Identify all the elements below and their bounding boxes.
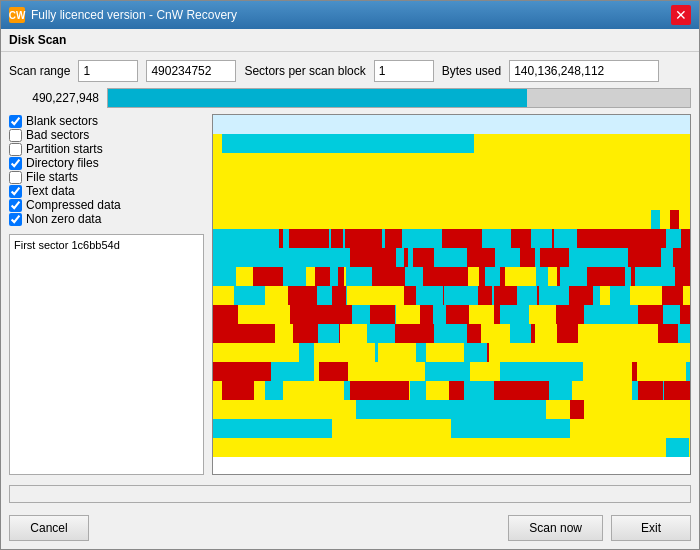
progress-value: 490,227,948 bbox=[9, 91, 99, 105]
checkbox-label-bad[interactable]: Bad sectors bbox=[26, 128, 89, 142]
scan-range-label: Scan range bbox=[9, 64, 70, 78]
footer-buttons: Cancel Scan now Exit bbox=[9, 515, 691, 541]
checkbox-partition[interactable] bbox=[9, 143, 22, 156]
title-bar-left: CW Fully licenced version - CnW Recovery bbox=[9, 7, 237, 23]
main-window: CW Fully licenced version - CnW Recovery… bbox=[0, 0, 700, 550]
title-bar: CW Fully licenced version - CnW Recovery… bbox=[1, 1, 699, 29]
checkbox-label-blank[interactable]: Blank sectors bbox=[26, 114, 98, 128]
bottom-progress bbox=[9, 485, 691, 503]
checkbox-file[interactable] bbox=[9, 171, 22, 184]
checkbox-row-nonzero: Non zero data bbox=[9, 212, 204, 226]
progress-bar-container bbox=[107, 88, 691, 108]
checkbox-label-partition[interactable]: Partition starts bbox=[26, 142, 103, 156]
main-area: Blank sectorsBad sectorsPartition starts… bbox=[9, 114, 691, 475]
sectors-per-block-input[interactable] bbox=[374, 60, 434, 82]
checkbox-blank[interactable] bbox=[9, 115, 22, 128]
scan-range-row: Scan range Sectors per scan block Bytes … bbox=[9, 60, 691, 82]
checkbox-row-blank: Blank sectors bbox=[9, 114, 204, 128]
scan-now-button[interactable]: Scan now bbox=[508, 515, 603, 541]
info-box: First sector 1c6bb54d bbox=[9, 234, 204, 475]
window-title: Fully licenced version - CnW Recovery bbox=[31, 8, 237, 22]
left-panel: Blank sectorsBad sectorsPartition starts… bbox=[9, 114, 204, 475]
panel-header: Disk Scan bbox=[1, 29, 699, 52]
checkbox-row-compressed: Compressed data bbox=[9, 198, 204, 212]
info-box-text: First sector 1c6bb54d bbox=[14, 239, 120, 251]
checkbox-label-file[interactable]: File starts bbox=[26, 170, 78, 184]
close-button[interactable]: ✕ bbox=[671, 5, 691, 25]
scan-end-input[interactable] bbox=[146, 60, 236, 82]
scan-start-input[interactable] bbox=[78, 60, 138, 82]
checkbox-directory[interactable] bbox=[9, 157, 22, 170]
checkbox-nonzero[interactable] bbox=[9, 213, 22, 226]
checkbox-row-bad: Bad sectors bbox=[9, 128, 204, 142]
checkbox-label-nonzero[interactable]: Non zero data bbox=[26, 212, 101, 226]
progress-bar-fill bbox=[108, 89, 527, 107]
checkboxes-container: Blank sectorsBad sectorsPartition starts… bbox=[9, 114, 204, 226]
exit-button[interactable]: Exit bbox=[611, 515, 691, 541]
checkbox-row-file: File starts bbox=[9, 170, 204, 184]
checkbox-text[interactable] bbox=[9, 185, 22, 198]
checkbox-label-compressed[interactable]: Compressed data bbox=[26, 198, 121, 212]
checkbox-row-text: Text data bbox=[9, 184, 204, 198]
app-icon: CW bbox=[9, 7, 25, 23]
bytes-used-label: Bytes used bbox=[442, 64, 501, 78]
cancel-button[interactable]: Cancel bbox=[9, 515, 89, 541]
panel-title: Disk Scan bbox=[9, 33, 66, 47]
checkbox-compressed[interactable] bbox=[9, 199, 22, 212]
checkbox-row-directory: Directory files bbox=[9, 156, 204, 170]
bytes-used-input bbox=[509, 60, 659, 82]
progress-row: 490,227,948 bbox=[9, 88, 691, 108]
scan-canvas bbox=[213, 115, 690, 474]
checkbox-label-directory[interactable]: Directory files bbox=[26, 156, 99, 170]
right-panel bbox=[212, 114, 691, 475]
checkbox-bad[interactable] bbox=[9, 129, 22, 142]
content-area: Scan range Sectors per scan block Bytes … bbox=[1, 52, 699, 549]
checkbox-label-text[interactable]: Text data bbox=[26, 184, 75, 198]
checkbox-row-partition: Partition starts bbox=[9, 142, 204, 156]
bottom-bar bbox=[9, 485, 691, 503]
sectors-per-block-label: Sectors per scan block bbox=[244, 64, 365, 78]
